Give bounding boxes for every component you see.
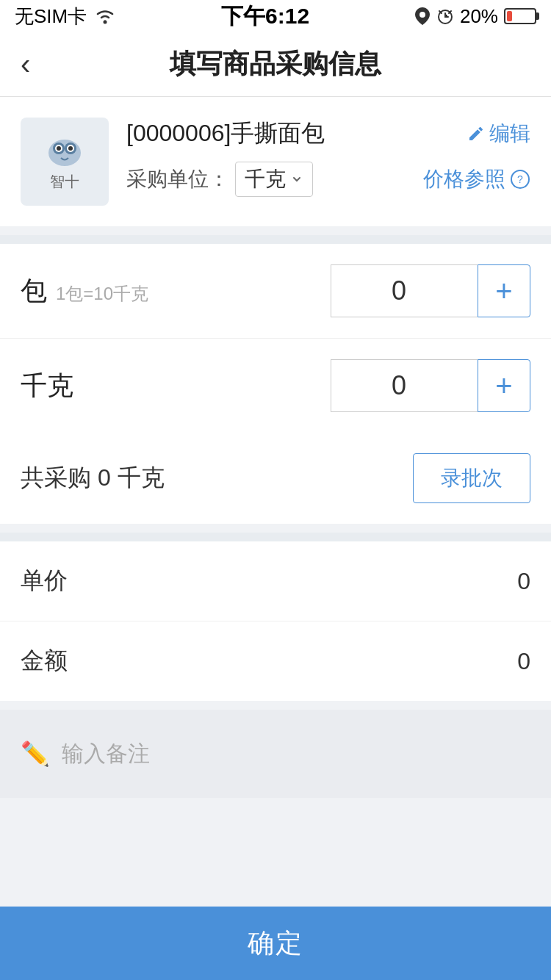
svg-point-9 (68, 146, 73, 151)
bao-plus-button[interactable]: + (478, 264, 530, 317)
unit-price-label: 单价 (21, 565, 68, 597)
carrier-label: 无SIM卡 (15, 4, 87, 29)
brand-label: 智十 (50, 172, 79, 192)
bao-label: 包 (21, 273, 47, 309)
price-section: 单价 0 金额 0 (0, 541, 551, 701)
status-left: 无SIM卡 (15, 4, 116, 29)
pencil-icon: ✏️ (21, 740, 50, 768)
kg-input-row: 千克 + (0, 339, 551, 433)
notes-placeholder: 输入备注 (62, 739, 150, 769)
product-info: [0000006]手撕面包 编辑 采购单位： 千克 (126, 118, 530, 197)
chevron-down-icon (290, 173, 303, 186)
unit-price-row: 单价 0 (0, 541, 551, 621)
amount-label: 金额 (21, 645, 68, 677)
section-divider-1 (0, 235, 551, 244)
edit-icon (467, 125, 485, 143)
kg-label: 千克 (21, 368, 73, 404)
unit-select[interactable]: 千克 (235, 162, 313, 197)
batch-button[interactable]: 录批次 (413, 453, 530, 503)
battery-percent: 20% (460, 5, 498, 28)
section-divider-2 (0, 533, 551, 541)
product-card: 智十 [0000006]手撕面包 编辑 采购单位： 千克 (0, 97, 551, 226)
info-icon: ? (510, 169, 530, 190)
product-image: 智十 (21, 118, 109, 206)
unit-value: 千克 (245, 165, 286, 193)
amount-row: 金额 0 (0, 621, 551, 701)
alarm-icon (436, 7, 454, 25)
kg-input[interactable] (331, 359, 478, 412)
svg-point-3 (48, 140, 81, 166)
unit-price-value: 0 (517, 568, 530, 595)
confirm-button[interactable]: 确定 (0, 907, 551, 980)
total-label: 共采购 0 千克 (21, 462, 165, 494)
status-right: 20% (414, 5, 536, 28)
svg-point-8 (57, 146, 61, 151)
location-icon (414, 7, 431, 26)
bao-input[interactable] (331, 264, 478, 317)
price-ref-button[interactable]: 价格参照 ? (423, 165, 530, 193)
kg-input-control: + (331, 359, 530, 412)
amount-value: 0 (517, 648, 530, 675)
bao-input-row: 包 1包=10千克 + (0, 244, 551, 339)
nav-bar: ‹ 填写商品采购信息 (0, 32, 551, 97)
notes-section[interactable]: ✏️ 输入备注 (0, 710, 551, 798)
status-time: 下午6:12 (221, 1, 309, 32)
battery-icon (504, 8, 536, 24)
kg-plus-button[interactable]: + (478, 359, 530, 412)
total-section: 共采购 0 千克 录批次 (0, 433, 551, 524)
input-section: 包 1包=10千克 + 千克 + (0, 244, 551, 433)
svg-point-0 (104, 21, 107, 24)
wifi-icon (94, 8, 116, 24)
bao-sub-label: 1包=10千克 (56, 282, 148, 306)
edit-button[interactable]: 编辑 (467, 120, 530, 148)
svg-point-1 (419, 12, 425, 18)
product-logo (43, 132, 87, 169)
status-bar: 无SIM卡 下午6:12 20% (0, 0, 551, 32)
page-title: 填写商品采购信息 (170, 46, 381, 82)
back-button[interactable]: ‹ (21, 48, 30, 81)
svg-text:?: ? (517, 173, 523, 185)
bao-input-control: + (331, 264, 530, 317)
unit-label: 采购单位： (126, 165, 229, 193)
product-name: [0000006]手撕面包 (126, 118, 325, 150)
